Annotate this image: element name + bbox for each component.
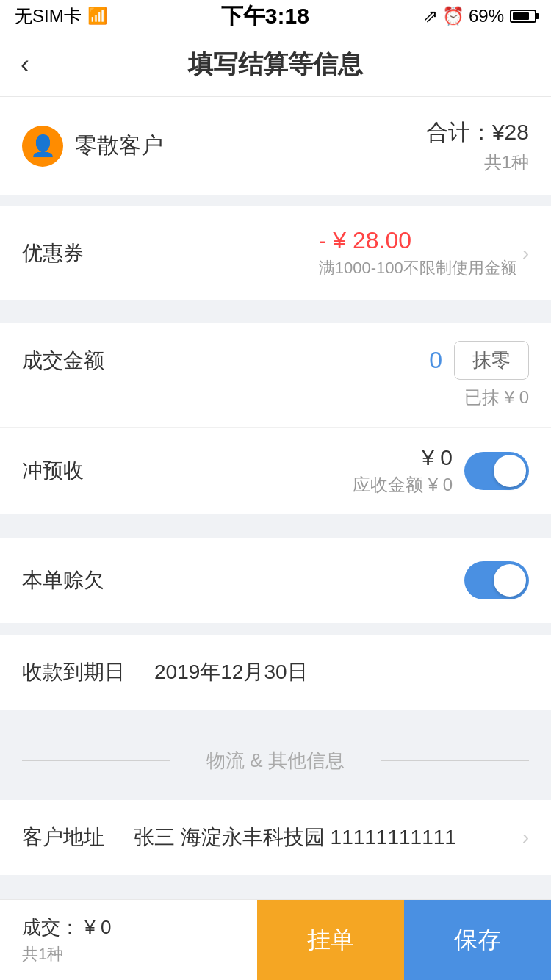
coupon-info: - ¥ 28.00 满1000-100不限制使用金额: [319, 227, 516, 279]
debt-toggle[interactable]: [464, 561, 529, 599]
prepay-toggle[interactable]: [464, 452, 529, 490]
wifi-icon: 📶: [87, 7, 107, 26]
deal-label: 成交：: [22, 916, 79, 938]
toggle-knob: [494, 455, 526, 487]
hang-label: 挂单: [307, 924, 354, 956]
bottom-info: 成交： ¥ 0 共1种: [0, 915, 257, 965]
debt-toggle-knob: [494, 564, 526, 597]
alarm-icon: ⏰: [442, 6, 464, 26]
back-button[interactable]: ‹: [21, 49, 29, 80]
transaction-sub-text: 已抹 ¥ 0: [464, 386, 529, 409]
address-section[interactable]: 客户地址 张三 海淀永丰科技园 11111111111 ›: [0, 800, 551, 875]
round-button[interactable]: 抹零: [454, 341, 529, 380]
battery-icon: [510, 10, 536, 23]
hang-button[interactable]: 挂单: [257, 900, 404, 981]
due-date-value: 2019年12月30日: [154, 658, 308, 686]
coupon-desc: 满1000-100不限制使用金额: [319, 257, 516, 279]
coupon-chevron-icon: ›: [522, 242, 529, 265]
address-label: 客户地址: [22, 824, 104, 851]
save-button[interactable]: 保存: [404, 900, 551, 981]
content-area: 👤 零散客户 合计：¥28 共1种 优惠券 - ¥ 28.00 满1000-10…: [0, 97, 551, 980]
divider-line-right: [381, 760, 529, 761]
prepay-right: ¥ 0 应收金额 ¥ 0: [353, 445, 529, 497]
status-left: 无SIM卡 📶: [15, 4, 107, 28]
prepay-amount: ¥ 0: [353, 445, 453, 470]
total-count: 共1种: [426, 151, 529, 174]
transaction-main-row: 成交金额 0 抹零: [22, 341, 529, 380]
spacer2: [0, 526, 551, 538]
spacer3: [0, 721, 551, 733]
due-date-row: 收款到期日 2019年12月30日: [0, 635, 551, 710]
coupon-section[interactable]: 优惠券 - ¥ 28.00 满1000-100不限制使用金额 ›: [0, 206, 551, 300]
due-date-section: 收款到期日 2019年12月30日: [0, 635, 551, 710]
prepay-values: ¥ 0 应收金额 ¥ 0: [353, 445, 453, 497]
transaction-section: 成交金额 0 抹零 已抹 ¥ 0 冲预收 ¥ 0 应收金额 ¥ 0: [0, 323, 551, 514]
coupon-right: - ¥ 28.00 满1000-100不限制使用金额 ›: [319, 227, 529, 279]
page-title: 填写结算等信息: [188, 48, 363, 82]
total-amount: 合计：¥28: [426, 118, 529, 148]
status-bar: 无SIM卡 📶 下午3:18 ⇗ ⏰ 69%: [0, 0, 551, 32]
customer-section: 👤 零散客户 合计：¥28 共1种: [0, 97, 551, 195]
address-chevron-icon: ›: [522, 826, 529, 849]
customer-left: 👤 零散客户: [22, 126, 163, 167]
status-time: 下午3:18: [221, 1, 309, 32]
battery-percent: 69%: [469, 6, 504, 26]
coupon-label: 优惠券: [22, 239, 84, 267]
address-value: 张三 海淀永丰科技园 11111111111: [134, 824, 522, 851]
customer-row: 👤 零散客户 合计：¥28 共1种: [0, 97, 551, 195]
transaction-row: 成交金额 0 抹零 已抹 ¥ 0: [0, 323, 551, 427]
transaction-sub-row: 已抹 ¥ 0: [22, 386, 529, 409]
spacer1: [0, 311, 551, 323]
save-label: 保存: [454, 924, 501, 956]
coupon-row[interactable]: 优惠券 - ¥ 28.00 满1000-100不限制使用金额 ›: [0, 206, 551, 300]
avatar: 👤: [22, 126, 63, 167]
due-date-label: 收款到期日: [22, 658, 125, 686]
signal-text: 无SIM卡: [15, 4, 82, 28]
prepay-label: 冲预收: [22, 457, 84, 485]
spacer4: [0, 788, 551, 800]
prepay-sub: 应收金额 ¥ 0: [353, 473, 453, 497]
debt-label: 本单赊欠: [22, 566, 104, 594]
transaction-label: 成交金额: [22, 347, 104, 375]
deal-amount: ¥ 0: [84, 916, 111, 938]
bottom-bar: 成交： ¥ 0 共1种 挂单 保存: [0, 899, 551, 980]
customer-name: 零散客户: [75, 131, 163, 161]
logistics-divider-text: 物流 & 其他信息: [206, 748, 345, 774]
location-icon: ⇗: [423, 6, 438, 26]
bottom-deal: 成交： ¥ 0: [22, 915, 235, 940]
customer-right: 合计：¥28 共1种: [426, 118, 529, 174]
prepay-row: 冲预收 ¥ 0 应收金额 ¥ 0: [0, 427, 551, 514]
debt-section: 本单赊欠: [0, 538, 551, 623]
divider-line-left: [22, 760, 170, 761]
bottom-count: 共1种: [22, 943, 235, 965]
avatar-icon: 👤: [30, 134, 56, 158]
logistics-divider: 物流 & 其他信息: [0, 733, 551, 788]
coupon-discount: - ¥ 28.00: [319, 227, 516, 254]
amount-container: 0 抹零: [398, 341, 529, 380]
status-right: ⇗ ⏰ 69%: [423, 6, 536, 26]
nav-bar: ‹ 填写结算等信息: [0, 32, 551, 97]
transaction-value[interactable]: 0: [398, 347, 442, 374]
